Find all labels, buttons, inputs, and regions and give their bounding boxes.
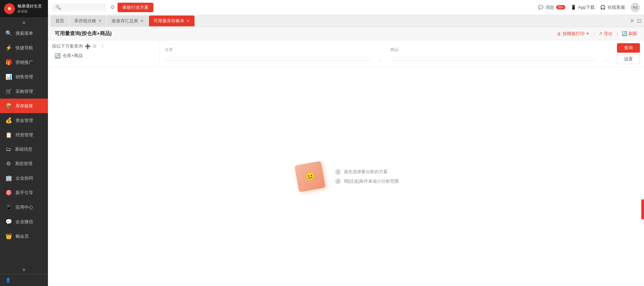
sidebar-item-inventory[interactable]: 📦库存核算 [0,99,48,113]
sidebar: 畅 畅康通好生意 标准版 ▲ 🔍搜索菜单⚡快捷导航🎁营销推广📊销售管理🛒采购管理… [0,0,48,286]
shortcut-icon: ⚡ [5,45,12,51]
system-icon: ⚙ [5,160,11,167]
message-btn[interactable]: 💬 消息 99+ [538,4,565,10]
warehouse-input[interactable] [165,53,370,61]
message-icon: 💬 [538,5,543,10]
scheme-refresh-icon: 🔄 [55,53,60,58]
wechat-icon: 💬 [5,218,12,225]
print-btn[interactable]: 🖨 按模板打印 ▼ [557,31,589,37]
tab-label-home: 首页 [55,18,64,24]
topbar: 🔍 ⚙ 体验行业方案 💬 消息 99+ 📱 App下载 🎧 在线客服 Rit [48,0,644,15]
product-label: 商品 [390,47,596,53]
marketing-icon: 🎁 [5,59,12,66]
scheme-item-warehouse-product[interactable]: 🔄 仓库+商品 [52,51,155,60]
sidebar-item-label-newbie: 新手引导 [16,190,33,196]
query-btn[interactable]: 查询 [617,43,640,53]
industry-btn[interactable]: 体验行业方案 [118,3,153,12]
hint-text-2: 用[过滤]条件来缩小分析范围 [344,178,399,184]
sidebar-title: 畅康通好生意 [18,4,42,9]
product-field: 商品 [390,47,596,61]
sidebar-item-label-finance: 资金管理 [16,118,33,124]
tab-close-summary[interactable]: ✕ [140,19,144,23]
right-scrollbar[interactable] [641,199,644,219]
sidebar-item-label-sales: 销售管理 [16,74,33,80]
sidebar-item-enterprise[interactable]: 🏢企业协同 [0,171,48,185]
sidebar-item-newbie[interactable]: 🎯新手引导 [0,185,48,200]
sidebar-item-shortcut[interactable]: ⚡快捷导航 [0,41,48,55]
app-download-btn[interactable]: 📱 App下载 [571,4,595,10]
sidebar-item-appstore[interactable]: 📱应用中心 [0,200,48,214]
sidebar-item-operations[interactable]: 📋经营管理 [0,128,48,142]
sidebar-item-label-system: 系统管理 [15,161,32,167]
query-panel: 按以下方案查询 ➕ ⚙ 《 🔄 仓库+商品 仓库 ··· 商品 [48,41,644,67]
print-dropdown-icon[interactable]: ▼ [586,32,589,35]
page-header-actions: 🖨 按模板打印 ▼ | ↗ 导出 | 🔄 刷新 [557,31,637,37]
close-tab-icon[interactable]: ✕ [630,18,634,24]
tab-close-batch[interactable]: ✕ [98,19,102,23]
sidebar-nav: 🔍搜索菜单⚡快捷导航🎁营销推广📊销售管理🛒采购管理📦库存核算💰资金管理📋经营管理… [0,26,48,266]
user-avatar-icon: 👤 [5,278,11,283]
app-icon: 📱 [571,5,576,10]
newbie-icon: 🎯 [5,189,12,196]
sidebar-item-finance[interactable]: 💰资金管理 [0,113,48,128]
tab-summary[interactable]: 收发存汇总表✕ [107,16,148,26]
page-content: 可用量查询(按仓库+商品) 🖨 按模板打印 ▼ | ↗ 导出 | 🔄 刷新 [48,27,644,286]
empty-hint-1: 1 请先选择要分析的方案 [335,169,399,175]
sidebar-user-settings[interactable]: 👤 [0,274,48,286]
tab-available[interactable]: 可用量库存账本✕ [149,16,195,26]
appstore-icon: 📱 [5,204,12,210]
warehouse-more-btn[interactable]: ··· [379,58,382,63]
query-fields-area: 仓库 ··· 商品 ··· [159,41,613,67]
tab-close-available[interactable]: ✕ [186,19,190,23]
collapse-scheme-btn[interactable]: 《 [99,43,104,49]
online-service-btn[interactable]: 🎧 在线客服 [600,4,625,10]
sales-icon: 📊 [5,74,12,80]
search-icon: 🔍 [5,30,12,36]
settings-icon[interactable]: ⚙ [110,4,115,10]
sidebar-item-label-enterprise: 企业协同 [16,175,33,181]
scheme-header-label: 按以下方案查询 [52,43,83,49]
topbar-right: 💬 消息 99+ 📱 App下载 🎧 在线客服 Rit [538,3,640,12]
empty-hint-2: 2 用[过滤]条件来缩小分析范围 [335,178,399,184]
hint-num-2: 2 [335,178,341,184]
operations-icon: 📋 [5,132,12,138]
tabs-right-actions: ✕ ⊡ [630,18,641,24]
warehouse-label: 仓库 [165,47,370,53]
sidebar-logo: 畅 [4,3,15,14]
empty-box: 😐 [294,161,326,192]
sidebar-item-member[interactable]: 👑畅会员 [0,229,48,243]
sidebar-subtitle: 标准版 [18,9,42,14]
product-input[interactable] [390,53,596,61]
sidebar-scroll-down[interactable]: ▼ [0,266,48,274]
export-btn[interactable]: ↗ 导出 [599,31,613,37]
sidebar-item-system[interactable]: ⚙系统管理 [0,156,48,171]
sidebar-item-label-shortcut: 快捷导航 [16,45,33,51]
add-scheme-btn[interactable]: ➕ [85,44,91,49]
user-avatar[interactable]: Rit [630,3,640,12]
sidebar-scroll-up[interactable]: ▲ [0,18,48,26]
tab-label-batch: 库存批次账 [74,18,96,24]
message-badge: 99+ [556,5,565,9]
sidebar-item-wechat[interactable]: 💬企业微信 [0,214,48,229]
sidebar-item-sales[interactable]: 📊销售管理 [0,70,48,84]
empty-state: 😐 1 请先选择要分析的方案 2 用[过滤]条件来缩小分析范围 [48,67,644,286]
sidebar-item-marketing[interactable]: 🎁营销推广 [0,55,48,70]
query-scheme-panel: 按以下方案查询 ➕ ⚙ 《 🔄 仓库+商品 [48,41,159,67]
page-title: 可用量查询(按仓库+商品) [55,30,112,37]
tabs-bar: 首页库存批次账✕收发存汇总表✕可用量库存账本✕ ✕ ⊡ [48,15,644,27]
edit-scheme-btn[interactable]: ⚙ [93,44,97,49]
refresh-btn[interactable]: 🔄 刷新 [622,31,637,37]
tab-batch[interactable]: 库存批次账✕ [70,16,106,26]
settings-query-btn[interactable]: 设置 [617,54,640,64]
sidebar-item-label-wechat: 企业微信 [16,219,33,225]
inventory-icon: 📦 [5,103,12,109]
sidebar-item-search[interactable]: 🔍搜索菜单 [0,26,48,41]
sidebar-item-basic[interactable]: 🗂基础信息 [0,142,48,156]
maximize-tab-icon[interactable]: ⊡ [637,18,641,24]
page-header: 可用量查询(按仓库+商品) 🖨 按模板打印 ▼ | ↗ 导出 | 🔄 刷新 [48,27,644,41]
sidebar-item-label-member: 畅会员 [16,233,29,239]
tab-home[interactable]: 首页 [51,16,69,26]
search-input[interactable] [63,5,100,10]
sidebar-item-purchase[interactable]: 🛒采购管理 [0,84,48,99]
product-more-btn[interactable]: ··· [604,58,608,63]
